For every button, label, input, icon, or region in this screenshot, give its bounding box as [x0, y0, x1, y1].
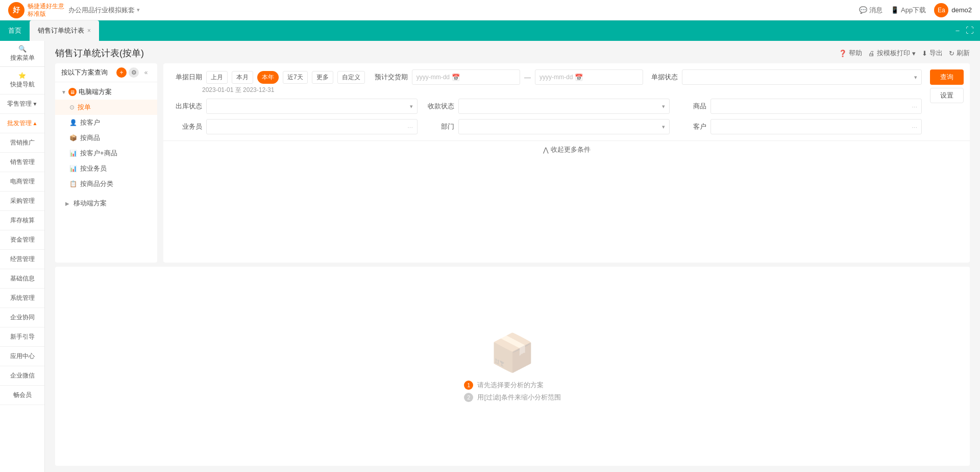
sidebar-item-basicinfo[interactable]: 基础信息 — [0, 269, 44, 289]
expected-date-from[interactable]: yyyy-mm-dd 📅 — [412, 69, 520, 85]
collapse-icon: ⋀ — [543, 146, 549, 154]
scheme-item-by-customer[interactable]: 👤 按客户 — [55, 115, 157, 130]
chevron-up-icon: ▲ — [33, 121, 38, 126]
sidebar-item-finance[interactable]: 资金管理 — [0, 230, 44, 250]
tab-maximize-icon[interactable]: ⛶ — [966, 26, 974, 35]
empty-steps: 1 请先选择要分析的方案 2 用[过滤]条件来缩小分析范围 — [464, 381, 560, 402]
customer-input[interactable]: ··· — [710, 119, 922, 134]
date-btn-thisyear[interactable]: 本年 — [257, 71, 279, 84]
export-icon: ⬇ — [922, 50, 927, 57]
salesman-input[interactable]: ··· — [206, 119, 418, 134]
main-layout: 🔍 搜索菜单 ⭐ 快捷导航 零售管理 ▼ 批发管理 ▲ 营销推广 销售管理 电商… — [0, 41, 980, 472]
sidebar-item-membership[interactable]: 畅会员 — [0, 386, 44, 405]
date-btn-custom[interactable]: 自定义 — [337, 71, 365, 84]
expected-date-label: 预计交货期 — [371, 73, 408, 82]
customer-dots: ··· — [912, 123, 917, 131]
empty-step-2: 2 用[过滤]条件来缩小分析范围 — [464, 393, 560, 402]
scheme-collapse-button[interactable]: « — [141, 67, 151, 78]
goods-input[interactable]: ··· — [710, 99, 922, 114]
avatar: Ea — [934, 3, 948, 17]
scheme-add-button[interactable]: + — [116, 67, 127, 78]
salesman-dots: ··· — [407, 123, 413, 131]
scheme-edit-button[interactable]: ⚙ — [129, 67, 139, 78]
sidebar-search[interactable]: 🔍 搜索菜单 — [0, 41, 44, 67]
scheme-item-by-salesman[interactable]: 📊 按业务员 — [55, 161, 157, 176]
tab-sales-stats[interactable]: 销售订单统计表 × — [30, 20, 99, 41]
scheme-item-by-order[interactable]: ⊙ 按单 — [55, 100, 157, 115]
filter-row-3: 业务员 ··· 部门 ▾ — [172, 119, 922, 134]
date-btn-7days[interactable]: 近7天 — [283, 71, 308, 84]
refresh-icon: ↻ — [949, 50, 954, 57]
empty-state-panel: 📦 1 请先选择要分析的方案 2 用[过滤]条件来缩小分析范围 — [55, 267, 970, 466]
scheme-mobile-group: ▶ 移动端方案 — [55, 194, 157, 213]
sidebar-item-operations[interactable]: 经营管理 — [0, 250, 44, 269]
department-select[interactable]: ▾ — [458, 119, 670, 134]
app-download-button[interactable]: 📱 App下载 — [891, 6, 926, 15]
sidebar-item-system[interactable]: 系统管理 — [0, 289, 44, 308]
filter-panel: 单据日期 上月 本月 本年 近7天 更多 自定义 — [163, 63, 970, 263]
query-button[interactable]: 查询 — [930, 69, 964, 85]
sidebar-item-ecommerce[interactable]: 电商管理 — [0, 172, 44, 192]
sidebar-item-appcenter[interactable]: 应用中心 — [0, 347, 44, 366]
help-button[interactable]: ❓ 帮助 — [839, 49, 862, 58]
scheme-item-icon-cust-goods: 📊 — [69, 150, 77, 157]
scheme-item-by-customer-goods[interactable]: 📊 按客户+商品 — [55, 146, 157, 161]
payment-select[interactable]: ▾ — [458, 99, 670, 114]
search-icon: 🔍 — [18, 45, 27, 53]
sidebar-item-wechat[interactable]: 企业微信 — [0, 366, 44, 386]
setting-button[interactable]: 设置 — [930, 88, 964, 103]
calendar-icon-1: 📅 — [452, 74, 460, 81]
page-actions: ❓ 帮助 🖨 按模板打印 ▾ ⬇ 导出 ↻ 刷新 — [839, 49, 970, 58]
expected-date-to[interactable]: yyyy-mm-dd 📅 — [535, 69, 643, 85]
tab-close-icon[interactable]: × — [87, 27, 91, 34]
date-separator: — — [524, 74, 531, 81]
status-select-arrow: ▾ — [914, 74, 917, 81]
date-btn-thismonth[interactable]: 本月 — [232, 71, 253, 84]
scheme-mobile-group-header[interactable]: ▶ 移动端方案 — [55, 196, 157, 211]
messages-button[interactable]: 💬 消息 — [859, 6, 883, 15]
delivery-select[interactable]: ▾ — [206, 99, 418, 114]
status-label: 单据状态 — [649, 73, 678, 82]
scheme-item-by-goods[interactable]: 📦 按商品 — [55, 130, 157, 146]
date-btn-lastmonth[interactable]: 上月 — [206, 71, 228, 84]
sidebar-item-collab[interactable]: 企业协同 — [0, 308, 44, 327]
department-arrow: ▾ — [662, 124, 665, 130]
user-area[interactable]: Ea demo2 — [934, 3, 972, 17]
delivery-label: 出库状态 — [172, 102, 202, 111]
date-field-group: 单据日期 上月 本月 本年 近7天 更多 自定义 — [172, 71, 365, 84]
status-select[interactable]: ▾ — [682, 69, 922, 85]
download-icon: 📱 — [891, 6, 899, 14]
tab-minimize-icon[interactable]: － — [953, 26, 962, 36]
tab-home[interactable]: 首页 — [0, 20, 30, 41]
tab-bar: 首页 销售订单统计表 × － ⛶ — [0, 20, 980, 41]
customer-label: 客户 — [676, 122, 706, 131]
scheme-group-icon: 🖥 — [68, 88, 77, 96]
message-icon: 💬 — [859, 6, 867, 14]
top-bar-right: 💬 消息 📱 App下载 Ea demo2 — [859, 3, 972, 17]
scheme-item-by-category[interactable]: 📋 按商品分类 — [55, 176, 157, 192]
help-icon: ❓ — [839, 50, 847, 57]
sidebar-item-marketing[interactable]: 营销推广 — [0, 133, 44, 153]
sidebar-item-retail[interactable]: 零售管理 ▼ — [0, 95, 44, 114]
scheme-mobile-arrow: ▶ — [65, 201, 69, 206]
date-range-text: 2023-01-01 至 2023-12-31 — [172, 86, 922, 95]
date-label: 单据日期 — [172, 73, 202, 82]
sidebar-item-wholesale[interactable]: 批发管理 ▲ — [0, 114, 44, 133]
doc-status-group: 单据状态 ▾ — [649, 69, 922, 85]
date-btn-more[interactable]: 更多 — [312, 71, 333, 84]
sidebar-item-sales[interactable]: 销售管理 — [0, 153, 44, 172]
department-label: 部门 — [424, 122, 454, 131]
scheme-group-pc-header[interactable]: ▼ 🖥 电脑端方案 — [55, 84, 157, 100]
payment-arrow: ▾ — [662, 103, 665, 110]
collapse-bar[interactable]: ⋀ 收起更多条件 — [163, 140, 970, 158]
export-button[interactable]: ⬇ 导出 — [922, 49, 943, 58]
top-bar-title[interactable]: 办公用品行业模拟账套 ▾ — [68, 6, 140, 15]
sidebar-item-newbie[interactable]: 新手引导 — [0, 327, 44, 347]
refresh-button[interactable]: ↻ 刷新 — [949, 49, 970, 58]
sidebar-item-inventory[interactable]: 库存核算 — [0, 211, 44, 230]
sidebar-item-purchase[interactable]: 采购管理 — [0, 192, 44, 211]
expected-date-group: 预计交货期 yyyy-mm-dd 📅 — yyyy-mm-dd 📅 — [371, 69, 644, 85]
print-button[interactable]: 🖨 按模板打印 ▾ — [868, 49, 916, 58]
sidebar-item-shortcut[interactable]: ⭐ 快捷导航 — [0, 67, 44, 95]
filter-fields-area: 单据日期 上月 本月 本年 近7天 更多 自定义 — [163, 63, 930, 140]
